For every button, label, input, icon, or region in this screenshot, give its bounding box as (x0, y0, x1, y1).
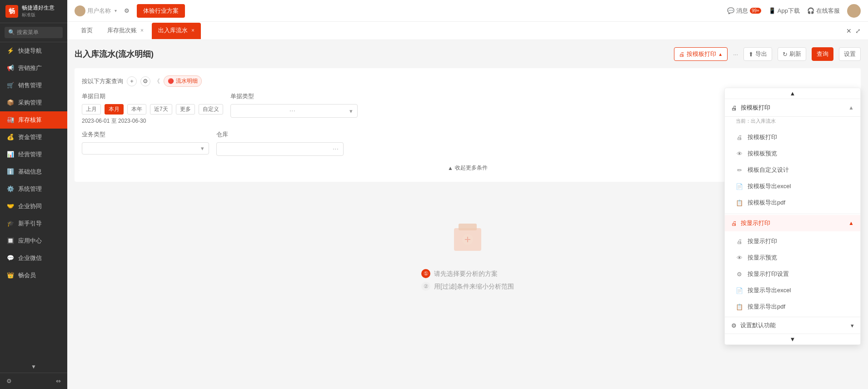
sidebar-item-sales[interactable]: 🛒 销售管理 (0, 77, 67, 94)
actions-more-dots[interactable]: ··· (733, 51, 738, 58)
dropdown-header-left: 🖨 按模板打印 (731, 104, 770, 112)
settings-gear-icon[interactable]: ⚙ (6, 378, 12, 384)
set-default-icon: ⚙ (731, 322, 737, 329)
app-download-icon: 📱 (768, 7, 776, 14)
date-shortcuts-row: 上月 本月 本年 近7天 更多 自定义 (82, 104, 223, 115)
tab-home[interactable]: 首页 (75, 23, 99, 39)
dropdown-scroll-up[interactable]: ▲ (725, 88, 860, 99)
warehouse-select[interactable]: ··· (216, 142, 344, 156)
business-select[interactable]: ▾ (82, 142, 209, 155)
print-template-btn[interactable]: 🖨 按模板打印 ▲ (674, 47, 728, 61)
sidebar-item-finance[interactable]: 💰 资金管理 (0, 129, 67, 146)
refresh-btn[interactable]: ↻ 刷新 (778, 47, 806, 61)
sidebar-item-management[interactable]: 📊 经营管理 (0, 146, 67, 163)
date-btn-this-month[interactable]: 本月 (105, 104, 124, 115)
dropdown-item-display-preview[interactable]: 👁 按显示预览 (725, 249, 860, 266)
purchase-icon: 📦 (6, 99, 15, 107)
topbar-user-avatar[interactable] (847, 4, 861, 18)
dropdown-item-display-excel[interactable]: 📄 按显示导出excel (725, 282, 860, 299)
tab-inventory-batch-label: 库存批次账 (107, 26, 137, 35)
export-btn[interactable]: ⬆ 导出 (743, 47, 772, 61)
export-icon: ⬆ (748, 51, 753, 58)
search-menu-label: 搜索菜单 (17, 29, 39, 36)
set-default-arrow: ▾ (851, 322, 854, 329)
collab-icon: 🤝 (6, 202, 15, 210)
dropdown-scroll-down[interactable]: ▼ (725, 334, 860, 344)
dropdown-item-template-print[interactable]: 🖨 按模板打印 (725, 129, 860, 145)
user-dropdown-icon[interactable]: ▾ (115, 8, 117, 13)
online-service-label: 在线客服 (816, 7, 840, 15)
settings-btn[interactable]: 设置 (839, 47, 861, 61)
refresh-label: 刷新 (789, 50, 801, 58)
industry-btn[interactable]: 体验行业方案 (137, 4, 185, 18)
dropdown-display-section-header[interactable]: 🖨 按显示打印 ▲ (725, 215, 860, 231)
date-btn-custom[interactable]: 自定义 (199, 104, 223, 115)
message-label: 消息 (736, 7, 748, 15)
sidebar-item-member[interactable]: 👑 畅会员 (0, 267, 67, 284)
tab-close-window-btn[interactable]: ✕ (846, 27, 852, 35)
sidebar-item-quick-nav[interactable]: ⚡ 快捷导航 (0, 42, 67, 60)
app-title-block: 畅捷通好生意 标准版 (22, 5, 55, 18)
main-area: 用户名称 ▾ ⚙ 体验行业方案 💬 消息 99+ 📱 App下载 🎧 在线客服 (67, 0, 868, 389)
filter-add-btn[interactable]: + (127, 76, 137, 86)
dropdown-item-display-pdf[interactable]: 📋 按显示导出pdf (725, 299, 860, 315)
collapse-arrow-icon: ▲ (448, 165, 453, 171)
type-field: 单据类型 ··· ▾ (230, 92, 358, 118)
search-menu-box[interactable]: 🔍 搜索菜单 (5, 27, 63, 38)
date-btn-7days[interactable]: 近7天 (150, 104, 172, 115)
query-btn[interactable]: 查询 (812, 47, 833, 61)
filter-tag[interactable]: 🔴 流水明细 (164, 75, 202, 87)
sidebar-item-purchase[interactable]: 📦 采购管理 (0, 94, 67, 111)
tab-stock-flow-close[interactable]: × (191, 27, 195, 34)
date-btn-more[interactable]: 更多 (176, 104, 195, 115)
tab-home-label: 首页 (81, 26, 93, 35)
dropdown-item-template-preview[interactable]: 👁 按模板预览 (725, 145, 860, 162)
empty-step1: ① 请先选择要分析的方案 (421, 267, 514, 280)
topbar-left: 用户名称 ▾ ⚙ 体验行业方案 (75, 4, 722, 18)
filter-settings-btn[interactable]: ⚙ (140, 76, 150, 86)
type-select[interactable]: ··· ▾ (230, 104, 358, 118)
date-btn-last-month[interactable]: 上月 (82, 104, 101, 115)
app-download-btn[interactable]: 📱 App下载 (768, 7, 800, 15)
sidebar-item-inventory[interactable]: 🏭 库存核算 (0, 111, 67, 129)
dropdown-item-display-settings[interactable]: ⚙ 按显示打印设置 (725, 266, 860, 282)
type-more-icon: ··· (289, 107, 295, 115)
tab-inventory-batch-close[interactable]: × (140, 27, 144, 34)
date-btn-this-year[interactable]: 本年 (127, 104, 146, 115)
dropdown-item-template-design[interactable]: ✏ 模板自定义设计 (725, 162, 860, 178)
sidebar-item-collab[interactable]: 🤝 企业协同 (0, 198, 67, 215)
settings-icon-topbar[interactable]: ⚙ (120, 5, 133, 17)
app-download-label: App下载 (778, 7, 800, 15)
tab-stock-flow[interactable]: 出入库流水 × (152, 23, 201, 39)
dropdown-item-display-print[interactable]: 🖨 按显示打印 (725, 233, 860, 249)
message-badge[interactable]: 💬 消息 99+ (727, 7, 761, 15)
sidebar-item-info[interactable]: ℹ️ 基础信息 (0, 163, 67, 180)
settings-btn-label: 设置 (844, 50, 856, 58)
app-logo: 畅 (5, 5, 18, 18)
sidebar-search-area[interactable]: 🔍 搜索菜单 (0, 23, 67, 42)
nav-icon: ⚡ (6, 47, 15, 55)
filter-collapse-toggle[interactable]: 《 (154, 77, 160, 85)
headset-icon: 🎧 (807, 7, 814, 14)
dropdown-collapse-icon[interactable]: ▲ (848, 105, 854, 111)
topbar-user[interactable]: 用户名称 (75, 5, 111, 16)
dropdown-item-template-pdf[interactable]: 📋 按模板导出pdf (725, 194, 860, 211)
sidebar-collapse-icon[interactable]: ⇔ (56, 378, 61, 384)
warehouse-field: 仓库 ··· (216, 130, 344, 156)
tab-maximize-btn[interactable]: ⤢ (855, 27, 861, 35)
sidebar-scroll-indicator: ▼ (0, 361, 67, 373)
tab-inventory-batch[interactable]: 库存批次账 × (101, 23, 150, 39)
sidebar-item-wechat[interactable]: 💬 企业微信 (0, 249, 67, 267)
sidebar-item-marketing[interactable]: 📢 营销推广 (0, 60, 67, 77)
user-name: 用户名称 (87, 7, 111, 15)
sidebar-item-apps[interactable]: 🔲 应用中心 (0, 232, 67, 249)
printer-icon: 🖨 (679, 51, 685, 58)
sidebar-item-system[interactable]: ⚙️ 系统管理 (0, 180, 67, 198)
dropdown-set-default-btn[interactable]: ⚙ 设置默认功能 ▾ (725, 317, 860, 334)
dropdown-item-template-excel[interactable]: 📄 按模板导出excel (725, 178, 860, 194)
date-label: 单据日期 (82, 92, 223, 100)
sidebar-item-guide[interactable]: 🎓 新手引导 (0, 215, 67, 232)
user-avatar (75, 5, 85, 16)
filter-tag-label: 流水明细 (176, 77, 198, 85)
online-service-btn[interactable]: 🎧 在线客服 (807, 7, 840, 15)
